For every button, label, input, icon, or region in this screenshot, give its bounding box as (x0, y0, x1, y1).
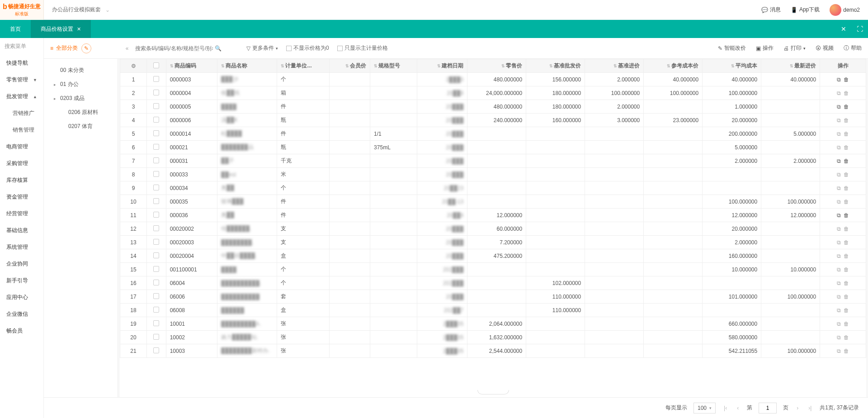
copy-icon[interactable]: ⧉ (837, 212, 841, 218)
row-checkbox[interactable] (153, 280, 159, 285)
row-checkbox[interactable] (153, 90, 159, 95)
col-settings[interactable]: ⚙ (120, 59, 147, 73)
menu-item[interactable]: 批发管理▲ (0, 88, 43, 105)
fullscreen-button[interactable]: ⛶ (852, 25, 868, 33)
prev-page-button[interactable]: ‹ (735, 405, 741, 411)
row-checkbox[interactable] (153, 307, 159, 313)
collapse-tree-button[interactable]: « (123, 45, 132, 52)
row-checkbox[interactable] (153, 171, 159, 177)
col-ops[interactable]: 操作 (820, 59, 866, 73)
table-row[interactable]: 10 000035 玻璃███ 件 20██-13 100.000000 100… (120, 195, 866, 209)
col-avgcost[interactable]: ⇅平均成本 (703, 59, 761, 73)
delete-icon[interactable]: 🗑 (844, 307, 849, 314)
table-row[interactable]: 2 0000004 收██纸 箱 20██8 24,000.000000 180… (120, 86, 866, 100)
close-all-button[interactable]: ✕ (835, 25, 852, 33)
copy-icon[interactable]: ⧉ (837, 117, 841, 124)
operate-button[interactable]: ▣操作 (756, 44, 774, 52)
delete-icon[interactable]: 🗑 (844, 266, 849, 273)
row-checkbox[interactable] (153, 144, 159, 150)
row-checkbox[interactable] (153, 239, 159, 245)
delete-icon[interactable]: 🗑 (844, 144, 849, 151)
col-purchase[interactable]: ⇅基准进价 (585, 59, 644, 73)
app-download-button[interactable]: 📱 App下载 (791, 6, 820, 14)
user-menu[interactable]: demo2 (830, 4, 860, 16)
copy-icon[interactable]: ⧉ (837, 171, 841, 178)
table-row[interactable]: 6 000021 ███████品 瓶 375mL 20███ 5.000000… (120, 141, 866, 154)
expand-handle[interactable] (477, 390, 509, 394)
menu-item[interactable]: 采购管理 (0, 155, 43, 172)
more-filters-button[interactable]: ▽ 更多条件 ▾ (246, 44, 278, 52)
col-name[interactable]: ⇅商品名称 (217, 59, 277, 73)
copy-icon[interactable]: ⧉ (837, 321, 841, 327)
menu-item[interactable]: 电商管理 (0, 138, 43, 155)
delete-icon[interactable]: 🗑 (844, 76, 849, 83)
table-row[interactable]: 13 00020003 ████████. 支 20███ 7.200000 2… (120, 236, 866, 249)
tree-item[interactable]: ▸01 办公 (44, 77, 118, 91)
table-row[interactable]: 16 06004 ██████████. 个 202███ 102.000000… (120, 276, 866, 290)
menu-item[interactable]: 企业微信 (0, 306, 43, 323)
copy-icon[interactable]: ⧉ (837, 199, 841, 205)
col-refcost[interactable]: ⇅参考成本价 (644, 59, 703, 73)
table-row[interactable]: 9 000034 奥██ 个 20██23 ⧉🗑 (120, 181, 866, 195)
copy-icon[interactable]: ⧉ (837, 76, 841, 83)
row-checkbox[interactable] (153, 185, 159, 190)
delete-icon[interactable]: 🗑 (844, 321, 849, 327)
delete-icon[interactable]: 🗑 (844, 212, 849, 218)
menu-search[interactable]: 搜索菜单 (0, 38, 43, 55)
hide-zero-checkbox[interactable]: 不显示价格为0 (286, 44, 329, 52)
table-row[interactable]: 14 00020004 中██容████. 盒 20███ 475.200000… (120, 249, 866, 263)
table-row[interactable]: 3 0000005 ████ 件 20███ 480.000000 180.00… (120, 100, 866, 114)
messages-button[interactable]: 💬 消息 (761, 6, 781, 14)
menu-item[interactable]: 销售管理 (0, 122, 43, 138)
close-icon[interactable]: ✕ (77, 26, 81, 32)
row-checkbox[interactable] (153, 252, 159, 258)
col-vip[interactable]: ⇅会员价 (330, 59, 370, 73)
video-button[interactable]: ⦿视频 (816, 44, 834, 52)
delete-icon[interactable]: 🗑 (844, 280, 849, 286)
delete-icon[interactable]: 🗑 (844, 104, 849, 110)
row-checkbox[interactable] (153, 157, 159, 163)
smart-edit-button[interactable]: ✎智能改价 (718, 44, 746, 52)
table-row[interactable]: 20 10002 扬力█████站. 张 2███05 1,632.000000… (120, 331, 866, 344)
col-latest[interactable]: ⇅最新进价 (761, 59, 820, 73)
table-row[interactable]: 11 000036 奥██ 件 20██8 12.000000 12.00000… (120, 209, 866, 222)
col-checkbox[interactable] (147, 59, 166, 73)
help-button[interactable]: ⓘ帮助 (844, 44, 862, 52)
category-all-button[interactable]: ≡ 全部分类 (50, 44, 78, 52)
copy-icon[interactable]: ⧉ (837, 307, 841, 314)
delete-icon[interactable]: 🗑 (844, 185, 849, 191)
row-checkbox[interactable] (153, 76, 159, 82)
menu-item[interactable]: 企业协同 (0, 256, 43, 272)
copy-icon[interactable]: ⧉ (837, 239, 841, 246)
delete-icon[interactable]: 🗑 (844, 199, 849, 205)
tree-item[interactable]: 00 未分类 (44, 63, 118, 77)
menu-item[interactable]: 快捷导航 (0, 55, 43, 71)
table-row[interactable]: 15 001100001 ████ 个 202███ 10.000000 10.… (120, 263, 866, 276)
col-code[interactable]: ⇅商品编码 (166, 59, 217, 73)
col-date[interactable]: ⇅建档日期 (417, 59, 467, 73)
menu-item[interactable]: 经营管理 (0, 205, 43, 222)
menu-item[interactable]: 畅会员 (0, 323, 43, 339)
copy-icon[interactable]: ⧉ (837, 294, 841, 300)
menu-item[interactable]: 新手引导 (0, 272, 43, 289)
table-row[interactable]: 8 000033 ██est 米 20███ ⧉🗑 (120, 168, 866, 181)
row-checkbox[interactable] (153, 293, 159, 299)
delete-icon[interactable]: 🗑 (844, 294, 849, 300)
row-checkbox[interactable] (153, 130, 159, 136)
copy-icon[interactable]: ⧉ (837, 226, 841, 232)
tree-item[interactable]: 0207 体育 (44, 119, 118, 133)
copy-icon[interactable]: ⧉ (837, 348, 841, 354)
workspace-dropdown[interactable]: 办公品行业模拟账套 ⌄ (52, 6, 110, 14)
copy-icon[interactable]: ⧉ (837, 131, 841, 137)
delete-icon[interactable]: 🗑 (844, 117, 849, 124)
menu-item[interactable]: 营销推广 (0, 105, 43, 122)
tab-price-settings[interactable]: 商品价格设置 ✕ (31, 20, 91, 38)
row-checkbox[interactable] (153, 198, 159, 204)
print-button[interactable]: 🖨打印▾ (783, 44, 806, 52)
row-checkbox[interactable] (153, 334, 159, 340)
search-input[interactable] (133, 43, 215, 54)
search-icon[interactable]: 🔍 (215, 45, 222, 52)
copy-icon[interactable]: ⧉ (837, 253, 841, 259)
copy-icon[interactable]: ⧉ (837, 90, 841, 96)
row-checkbox[interactable] (153, 103, 159, 109)
